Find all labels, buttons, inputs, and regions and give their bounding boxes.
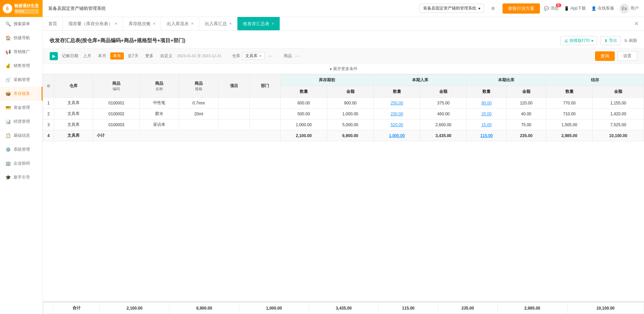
table-wrapper: ⚙ 仓库 商品编码 商品名称 商品规格 项目 部门 库存期初 本期入库 本期出库… (43, 74, 644, 141)
tab-inout-summary-close[interactable]: ✕ (229, 22, 232, 26)
dept-col-header: 部门 (249, 75, 280, 98)
closing-qty-header: 数量 (546, 86, 593, 98)
sidebar: 6 畅捷通好生意 标准版 🔍 搜索菜单 🏠 快捷导航 📢 营销推广 💰 (0, 0, 43, 314)
search-btn[interactable]: 查询 (595, 51, 615, 61)
user-label: 用户 (630, 5, 639, 11)
sidebar-item-sales[interactable]: 💰 销售管理 (0, 59, 43, 73)
footer-in-qty: 1,000.00 (239, 302, 309, 314)
sidebar-item-search[interactable]: 🔍 搜索菜单 (0, 17, 43, 31)
user-btn[interactable]: Ea 用户 (620, 4, 639, 13)
sidebar-item-newbie[interactable]: 🎓 新手引导 (0, 170, 43, 184)
sidebar-item-marketing[interactable]: 📢 营销推广 (0, 45, 43, 59)
out-qty-header: 数量 (467, 86, 507, 98)
logo-icon: 6 (3, 4, 12, 13)
expand-label: 展开更多条件 (333, 66, 358, 72)
row-opening-qty: 1,000.00 (280, 119, 327, 130)
tab-batch-close[interactable]: ✕ (153, 22, 155, 26)
subtotal-in-qty[interactable]: 1,000.00 (374, 130, 420, 141)
goods-spec-col-header: 商品规格 (179, 75, 219, 98)
sidebar-item-operations[interactable]: 📊 经营管理 (0, 115, 43, 129)
row-project (218, 119, 249, 130)
tab-stock-summary[interactable]: 收发存汇总表 ✕ (237, 17, 280, 31)
basic-icon: 📋 (5, 133, 11, 138)
row-project (218, 98, 249, 109)
operations-icon: 📊 (5, 119, 11, 125)
tab-inout-flow-close[interactable]: ✕ (191, 22, 194, 26)
closing-group-header: 结存 (546, 75, 644, 86)
row-closing-amt: 1,155.00 (593, 98, 644, 109)
tab-stock-summary-close[interactable]: ✕ (271, 22, 274, 26)
date-btn-more[interactable]: 更多 (143, 52, 156, 60)
main-content: 装备及固定资产辅助管理系统 装备及固定资产辅助管理系统 ▾ ⚙ 体验行业方案 💬… (43, 0, 644, 314)
goods-more[interactable]: ··· (295, 53, 300, 59)
subtotal-opening-amt: 6,900.00 (327, 130, 374, 141)
subtotal-label: 小计 (93, 130, 281, 141)
date-btn-7days[interactable]: 近7天 (125, 52, 141, 60)
footer-out-qty: 115.00 (379, 302, 438, 314)
row-opening-amt: 5,000.00 (327, 119, 374, 130)
online-service-btn[interactable]: 👤 在线客服 (591, 5, 614, 11)
row-in-qty[interactable]: 520.00 (374, 119, 420, 130)
row-opening-amt: 900.00 (327, 98, 374, 109)
tab-inout-summary[interactable]: 出入库汇总 ✕ (199, 17, 237, 31)
warehouse-tag-close[interactable]: ✕ (259, 54, 262, 58)
expand-btn[interactable]: ▾ 展开更多条件 (330, 66, 358, 72)
sidebar-item-quick[interactable]: 🏠 快捷导航 (0, 31, 43, 45)
data-table: ⚙ 仓库 商品编码 商品名称 商品规格 项目 部门 库存期初 本期入库 本期出库… (43, 74, 644, 141)
row-dept (249, 98, 280, 109)
settings-icon[interactable]: ⚙ (488, 3, 498, 14)
closing-amt-header: 金额 (593, 86, 644, 98)
subtotal-row: 4 文具库 小计 2,100.00 6,900.00 1,000.00 3,43… (43, 130, 644, 141)
sidebar-item-purchase[interactable]: 🛒 采购管理 (0, 73, 43, 87)
experience-btn[interactable]: 体验行业方案 (502, 3, 540, 14)
tab-stock-dist-close[interactable]: ✕ (115, 22, 117, 26)
sidebar-item-system[interactable]: ⚙️ 系统管理 (0, 143, 43, 156)
subtotal-out-qty[interactable]: 115.00 (467, 130, 507, 141)
export-icon: ⬇ (604, 38, 608, 43)
row-dept (249, 109, 280, 119)
system-select[interactable]: 装备及固定资产辅助管理系统 ▾ (419, 4, 484, 13)
export-btn[interactable]: ⬇ 导出 (600, 36, 621, 45)
finance-icon: 💳 (5, 105, 11, 111)
message-btn[interactable]: 💬 消息 6 (544, 5, 559, 11)
sidebar-item-enterprise[interactable]: 🏢 企业协同 (0, 156, 43, 170)
row-no: 2 (43, 109, 54, 119)
marketing-icon: 📢 (5, 49, 11, 55)
row-in-qty[interactable]: 250.00 (374, 98, 420, 109)
date-btn-this-month[interactable]: 本月 (95, 52, 109, 60)
date-btn-last-month[interactable]: 上月 (80, 52, 94, 60)
row-out-qty[interactable]: 15.00 (467, 119, 507, 130)
warehouse-col-header: 仓库 (54, 75, 93, 98)
tab-stock-dist[interactable]: 现存量（库存分布表） ✕ (63, 17, 123, 31)
filter-arrow[interactable]: ▶ (50, 52, 58, 60)
row-no: 3 (43, 119, 54, 130)
system-select-label: 装备及固定资产辅助管理系统 (423, 5, 476, 11)
avatar: Ea (620, 4, 629, 13)
row-out-qty[interactable]: 20.00 (467, 109, 507, 119)
warehouse-tag[interactable]: 文具库 ✕ (242, 52, 265, 60)
date-btn-this-year[interactable]: 本年 (110, 52, 124, 60)
search-icon: 🔍 (5, 21, 11, 27)
tab-home[interactable]: 首页 (43, 17, 63, 31)
app-download-btn[interactable]: 📱 App下载 (564, 5, 586, 11)
tab-batch[interactable]: 库存批次账 ✕ (123, 17, 161, 31)
sidebar-item-label: 基础信息 (14, 133, 30, 138)
sidebar-item-basic[interactable]: 📋 基础信息 (0, 129, 43, 143)
sidebar-item-label: 库存核算 (14, 91, 30, 97)
print-btn[interactable]: 🖨 按模版打印 ▾ (560, 36, 597, 45)
sidebar-item-inventory[interactable]: 📦 库存核算 (0, 87, 43, 101)
row-out-qty[interactable]: 80.00 (467, 98, 507, 109)
refresh-btn[interactable]: ↻ 刷新 (624, 38, 637, 44)
row-goods-name: 中性笔 (140, 98, 179, 109)
date-btn-custom[interactable]: 自定义 (158, 52, 175, 60)
settings-btn[interactable]: 设置 (617, 51, 637, 61)
tab-bar-close[interactable]: ✕ (629, 20, 644, 27)
row-closing-amt: 1,420.00 (593, 109, 644, 119)
row-in-qty[interactable]: 230.00 (374, 109, 420, 119)
warehouse-more[interactable]: ··· (268, 53, 273, 59)
sidebar-item-finance[interactable]: 💳 资金管理 (0, 101, 43, 115)
tab-inout-flow[interactable]: 出入库流水 ✕ (161, 17, 199, 31)
sidebar-item-label: 系统管理 (14, 147, 30, 152)
row-warehouse: 文具库 (54, 119, 93, 130)
subtotal-out-amt: 235.00 (506, 130, 546, 141)
